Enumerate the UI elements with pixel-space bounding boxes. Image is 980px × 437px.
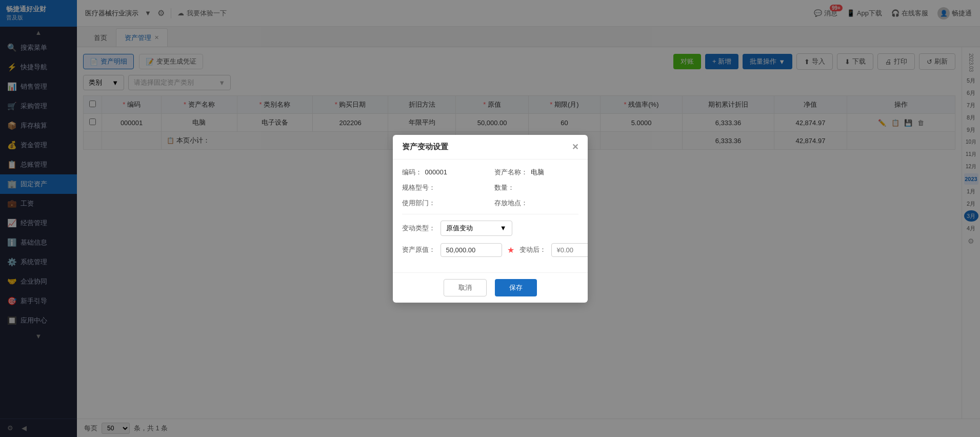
modal-body: 编码： 000001 资产名称： 电脑 规格型号： 数量： xyxy=(393,160,588,272)
modal-row-dept-location: 使用部门： 存放地点： xyxy=(402,198,578,208)
location-label: 存放地点： xyxy=(494,198,528,208)
quantity-label: 数量： xyxy=(494,183,514,192)
modal-field-quantity: 数量： xyxy=(494,183,578,192)
change-type-select[interactable]: 原值变动 ▼ xyxy=(441,221,512,236)
dept-label: 使用部门： xyxy=(402,198,435,208)
modal-footer: 取消 保存 xyxy=(393,272,588,303)
modal-divider xyxy=(402,214,578,214)
code-value: 000001 xyxy=(425,168,447,176)
modal-close-icon[interactable]: ✕ xyxy=(572,142,578,152)
modal-field-dept: 使用部门： xyxy=(402,198,486,208)
modal-asset-change: 资产变动设置 ✕ 编码： 000001 资产名称： 电脑 规格型号： xyxy=(393,135,588,303)
modal-row-original-value: 资产原值： 50,000.00 ★ 变动后： xyxy=(402,243,578,257)
modal-header: 资产变动设置 ✕ xyxy=(393,135,588,160)
change-type-dropdown-icon: ▼ xyxy=(500,224,507,232)
original-value-label: 资产原值： xyxy=(402,245,435,254)
modal-row-change-type: 变动类型： 原值变动 ▼ xyxy=(402,221,578,236)
modal-row-code-name: 编码： 000001 资产名称： 电脑 xyxy=(402,168,578,177)
modal-field-code: 编码： 000001 xyxy=(402,168,486,177)
modal-field-location: 存放地点： xyxy=(494,198,578,208)
cancel-button[interactable]: 取消 xyxy=(444,279,487,296)
name-label: 资产名称： xyxy=(494,168,528,177)
name-value: 电脑 xyxy=(531,168,544,177)
code-label: 编码： xyxy=(402,168,422,177)
modal-overlay: 资产变动设置 ✕ 编码： 000001 资产名称： 电脑 规格型号： xyxy=(0,0,980,437)
after-value-input[interactable] xyxy=(551,243,588,257)
modal-title: 资产变动设置 xyxy=(402,142,448,152)
modal-field-spec: 规格型号： xyxy=(402,183,486,192)
original-value-display: 50,000.00 xyxy=(441,243,502,257)
modal-field-name: 资产名称： 电脑 xyxy=(494,168,578,177)
modal-row-spec-quantity: 规格型号： 数量： xyxy=(402,183,578,192)
after-label: 变动后： xyxy=(519,245,546,254)
change-type-label: 变动类型： xyxy=(402,224,435,233)
save-button[interactable]: 保存 xyxy=(495,279,537,296)
required-star: ★ xyxy=(507,245,514,255)
spec-label: 规格型号： xyxy=(402,183,435,192)
